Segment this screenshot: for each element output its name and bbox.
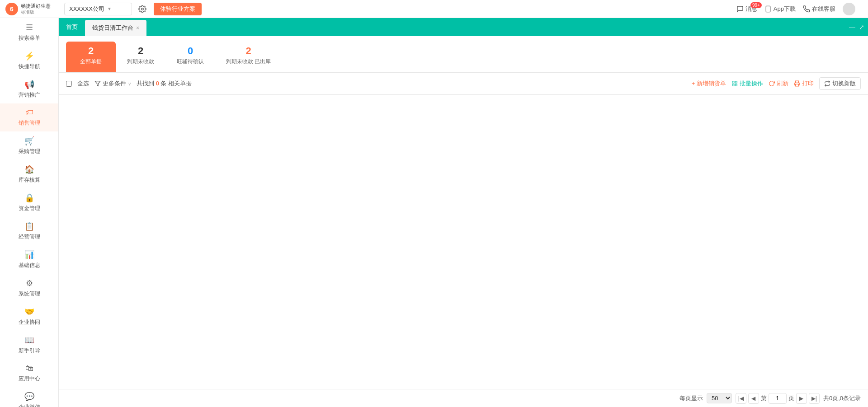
logo-text: 畅捷通好生意 标准版 — [21, 3, 51, 15]
purchase-icon: 🛒 — [24, 136, 34, 146]
table-area — [59, 95, 868, 389]
sidebar-item-inventory[interactable]: 🏠 库存核算 — [0, 160, 58, 188]
sidebar-item-operations[interactable]: 📋 经营管理 — [0, 217, 58, 245]
print-btn[interactable]: 打印 — [794, 80, 814, 88]
sidebar-label: 经营管理 — [19, 233, 40, 241]
svg-rect-8 — [796, 84, 799, 86]
page-label: 第 — [761, 394, 767, 402]
found-text: 共找到 0 条 相关单据 — [137, 80, 192, 88]
switch-version-btn[interactable]: 切换新版 — [819, 77, 861, 90]
found-count: 0 — [156, 80, 159, 87]
tab-close-icon[interactable]: × — [136, 25, 139, 31]
settings-icon-btn[interactable] — [136, 2, 149, 16]
bottom-bar: 每页显示 50 100 200 |◀ ◀ 第 页 ▶ ▶| 共0页,0条记录 — [59, 389, 868, 407]
company-selector[interactable]: XXXXXX公司 ▼ — [64, 3, 132, 15]
search-menu-icon: ☰ — [26, 23, 33, 33]
tab-bar: 首页 钱货日清工作台 × — ⤢ — [59, 18, 868, 36]
filter-button[interactable]: 更多条件 ∨ — [94, 80, 131, 88]
batch-operation-btn[interactable]: 批量操作 — [731, 80, 763, 88]
chevron-down-icon: ▼ — [107, 6, 112, 11]
tab-maximize-icon[interactable]: ⤢ — [859, 23, 864, 31]
finance-icon: 🔒 — [24, 193, 34, 203]
message-btn[interactable]: 消息 99+ — [736, 5, 757, 13]
online-service-btn[interactable]: 在线客服 — [803, 5, 835, 13]
sidebar-item-apps[interactable]: 🛍 应用中心 — [0, 359, 58, 387]
sidebar-item-system[interactable]: ⚙ 系统管理 — [0, 274, 58, 302]
sidebar-item-finance[interactable]: 🔒 资金管理 — [0, 188, 58, 217]
sidebar-item-quicknav[interactable]: ⚡ 快捷导航 — [0, 47, 58, 75]
sidebar-label: 企业微信 — [19, 403, 40, 407]
sidebar-item-search[interactable]: ☰ 搜索菜单 — [0, 18, 58, 47]
tab-home[interactable]: 首页 — [59, 18, 85, 36]
guide-icon: 📖 — [24, 335, 34, 345]
main-layout: ☰ 搜索菜单 ⚡ 快捷导航 📢 营销推广 🏷 销售管理 🛒 采购管理 🏠 库存核… — [0, 18, 868, 407]
logo-area: 6 畅捷通好生意 标准版 — [5, 3, 64, 15]
sidebar-label: 新手引导 — [19, 347, 40, 355]
svg-rect-1 — [766, 6, 770, 12]
page-content: 2 全部单据 2 到期未收款 0 旺辅待确认 2 到期未收款 已出库 — [59, 36, 868, 407]
operations-icon: 📋 — [24, 221, 34, 231]
quicknav-icon: ⚡ — [24, 51, 34, 61]
apps-icon: 🛍 — [25, 364, 33, 373]
sidebar-label: 企业协同 — [19, 318, 40, 326]
svg-point-0 — [142, 8, 144, 10]
sidebar-label: 系统管理 — [19, 290, 40, 298]
sidebar-label: 库存核算 — [19, 176, 40, 184]
page-total: 共0页,0条记录 — [823, 394, 861, 402]
svg-rect-7 — [732, 84, 734, 86]
last-page-btn[interactable]: ▶| — [809, 393, 820, 404]
wecom-icon: 💬 — [24, 392, 34, 402]
stat-tab-pending[interactable]: 0 旺辅待确认 — [165, 42, 215, 72]
avatar-image — [843, 3, 855, 15]
sidebar-item-sales[interactable]: 🏷 销售管理 — [0, 103, 58, 131]
pagination: |◀ ◀ 第 页 ▶ ▶| — [736, 393, 820, 404]
first-page-btn[interactable]: |◀ — [736, 393, 746, 404]
collaboration-icon: 🤝 — [24, 307, 34, 317]
sidebar-label: 采购管理 — [19, 148, 40, 155]
sidebar-item-basicinfo[interactable]: 📊 基础信息 — [0, 245, 58, 274]
message-badge: 99+ — [750, 2, 762, 8]
toolbar-right: + 新增销货单 批量操作 刷新 — [692, 77, 861, 90]
sidebar-label: 资金管理 — [19, 205, 40, 212]
content-area: 首页 钱货日清工作台 × — ⤢ 2 全部单据 2 到期未收款 — [59, 18, 868, 407]
trial-button[interactable]: 体验行业方案 — [154, 3, 202, 15]
sidebar-item-collaboration[interactable]: 🤝 企业协同 — [0, 302, 58, 331]
refresh-btn[interactable]: 刷新 — [769, 80, 788, 88]
tab-minimize-icon[interactable]: — — [849, 23, 855, 31]
sidebar: ☰ 搜索菜单 ⚡ 快捷导航 📢 营销推广 🏷 销售管理 🛒 采购管理 🏠 库存核… — [0, 18, 59, 407]
logo-icon: 6 — [5, 3, 18, 15]
sidebar-label: 销售管理 — [19, 119, 40, 127]
header-right: 消息 99+ App下载 在线客服 — [736, 3, 863, 15]
stats-tabs: 2 全部单据 2 到期未收款 0 旺辅待确认 2 到期未收款 已出库 — [59, 36, 868, 73]
sidebar-label: 基础信息 — [19, 262, 40, 269]
page-input[interactable] — [769, 393, 787, 404]
basicinfo-icon: 📊 — [24, 250, 34, 260]
sidebar-item-wecom[interactable]: 💬 企业微信 — [0, 387, 58, 407]
next-page-btn[interactable]: ▶ — [796, 393, 807, 404]
system-icon: ⚙ — [26, 278, 33, 288]
per-page-label: 每页显示 — [679, 394, 703, 402]
svg-rect-5 — [735, 81, 737, 83]
tab-bar-right: — ⤢ — [849, 23, 868, 31]
company-name: XXXXXX公司 — [69, 5, 104, 13]
stat-tab-shipped[interactable]: 2 到期未收款 已出库 — [215, 42, 282, 72]
sidebar-label: 营销推广 — [19, 91, 40, 99]
page-suffix: 页 — [788, 394, 794, 402]
inventory-icon: 🏠 — [24, 164, 34, 174]
sidebar-item-purchase[interactable]: 🛒 采购管理 — [0, 131, 58, 160]
per-page-select[interactable]: 50 100 200 — [707, 393, 732, 403]
sidebar-label: 搜索菜单 — [19, 34, 40, 42]
stat-tab-all[interactable]: 2 全部单据 — [66, 42, 116, 72]
select-all-checkbox[interactable] — [66, 81, 72, 87]
new-sale-order-btn[interactable]: + 新增销货单 — [692, 80, 726, 88]
stat-tab-overdue[interactable]: 2 到期未收款 — [116, 42, 165, 72]
tab-active[interactable]: 钱货日清工作台 × — [85, 20, 146, 36]
prev-page-btn[interactable]: ◀ — [748, 393, 759, 404]
app-download-btn[interactable]: App下载 — [764, 5, 796, 13]
sidebar-item-marketing[interactable]: 📢 营销推广 — [0, 75, 58, 103]
avatar[interactable] — [843, 3, 855, 15]
svg-rect-6 — [735, 84, 737, 86]
svg-marker-3 — [95, 81, 100, 86]
sidebar-label: 应用中心 — [19, 375, 40, 383]
sidebar-item-guide[interactable]: 📖 新手引导 — [0, 331, 58, 359]
